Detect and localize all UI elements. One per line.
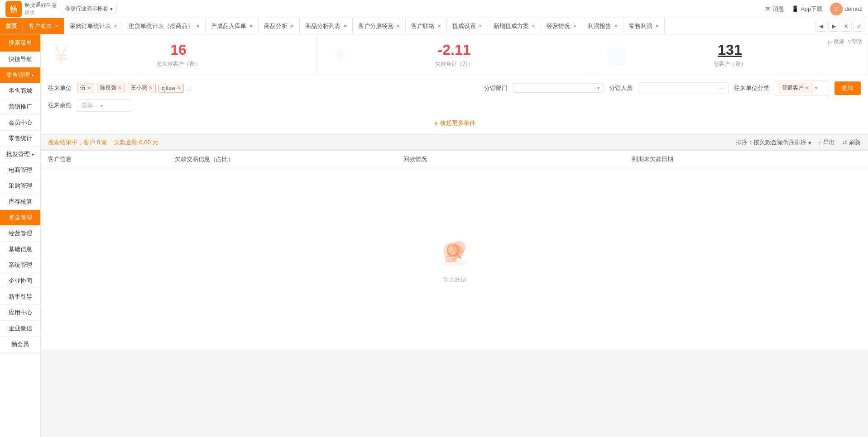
- close-tab-retail-profit[interactable]: ✕: [655, 24, 659, 28]
- filter-tag-cjttcw: cjttcw ✕: [158, 84, 184, 93]
- refresh-button[interactable]: ↺ 刷新: [842, 138, 861, 147]
- classify-tag: 普通客户 ✕: [779, 83, 812, 93]
- person-more-dots[interactable]: ···: [719, 85, 724, 92]
- filter-person-select[interactable]: ···: [638, 82, 729, 94]
- filter-dept-select[interactable]: ▾: [513, 83, 604, 93]
- tab-commission-settings[interactable]: 提成设置 ✕: [447, 18, 488, 34]
- nav-prev-btn[interactable]: ◀: [815, 21, 826, 32]
- main-layout: 搜索菜单 快捷导航 零售管理 ▾ 零售商城 营销推广 会员中心 零售统计 批发管…: [0, 34, 868, 437]
- sidebar-item-enterprise-wechat[interactable]: 企业微信: [0, 321, 40, 337]
- tab-inventory-stats[interactable]: 进货单统计表（按商品） ✕: [123, 18, 206, 34]
- filter-label-person: 分管人员: [609, 84, 633, 92]
- tab-produce-inbound[interactable]: 产成品入库单 ✕: [206, 18, 259, 34]
- tab-retail-profit[interactable]: 零售利润 ✕: [623, 18, 665, 34]
- sidebar-item-system-mgmt[interactable]: 系统管理: [0, 257, 40, 273]
- stat-total-all-customers: ▦ 131 总客户（家）: [592, 34, 868, 75]
- col-customer-info: 客户信息: [48, 155, 175, 163]
- stat-value-all-customers: 131: [718, 42, 742, 58]
- empty-state: 暂无数据: [436, 207, 473, 311]
- table-header: 客户信息 欠款交易信息（占比） 回款情况 到期未欠款日期: [41, 151, 868, 168]
- sidebar-item-retail-stats[interactable]: 零售统计: [0, 131, 40, 147]
- tab-product-analysis-list[interactable]: 商品分析列表 ✕: [300, 18, 353, 34]
- filter-more-tags[interactable]: ...: [187, 85, 192, 92]
- remove-tag-wu[interactable]: ✕: [87, 85, 91, 91]
- sidebar-search[interactable]: 搜索菜单: [0, 34, 40, 52]
- sidebar-item-chang-member[interactable]: 畅会员: [0, 337, 40, 352]
- close-tab-add-commission[interactable]: ✕: [532, 24, 535, 28]
- app-download-button[interactable]: 📱 App下载: [791, 5, 823, 13]
- search-result-info: 搜索结果中，客户 0 家 欠款金额 0.00 元: [48, 138, 158, 147]
- close-tab-business-situation[interactable]: ✕: [573, 24, 576, 28]
- stat-bg-icon-3: ▦: [606, 42, 626, 67]
- sidebar-item-retail-mgmt[interactable]: 零售管理 ▾: [0, 67, 40, 83]
- sidebar-item-finance[interactable]: 资金管理: [0, 210, 40, 226]
- tab-home[interactable]: 首页: [0, 18, 23, 34]
- tab-business-situation[interactable]: 经营情况 ✕: [541, 18, 582, 34]
- nav-expand-btn[interactable]: ⤢: [854, 21, 864, 32]
- stat-total-debt: ✦ -2.11 欠款合计（万）: [317, 34, 592, 75]
- remove-tag-wang[interactable]: ✕: [149, 85, 153, 91]
- close-tab-customer-contact[interactable]: ✕: [437, 24, 441, 28]
- close-tab-profit-report[interactable]: ✕: [614, 24, 618, 28]
- sidebar-item-marketing[interactable]: 营销推广: [0, 99, 40, 115]
- video-help-btn[interactable]: ▷ 视频: [828, 38, 844, 46]
- stat-help-buttons: ▷ 视频 ? 帮助: [828, 38, 863, 46]
- header-left: 畅 畅捷通好生意 标版 母婴行业演示帐套 ▾: [5, 1, 117, 17]
- sidebar-item-enterprise-collab[interactable]: 企业协同: [0, 273, 40, 289]
- sidebar-item-basic-info[interactable]: 基础信息: [0, 242, 40, 257]
- sidebar-item-operations[interactable]: 经营管理: [0, 226, 40, 242]
- filter-tag-wu: 伍 ✕: [77, 83, 94, 93]
- export-button[interactable]: ↑ 导出: [819, 138, 835, 147]
- close-tab-product-analysis-list[interactable]: ✕: [343, 24, 347, 28]
- workspace-dropdown[interactable]: 母婴行业演示帐套 ▾: [61, 4, 117, 14]
- stat-bg-icon-2: ✦: [330, 40, 351, 69]
- sidebar-item-inventory[interactable]: 库存核算: [0, 194, 40, 210]
- empty-icon: [436, 234, 473, 270]
- sidebar-item-member-center[interactable]: 会员中心: [0, 115, 40, 131]
- table-body: 暂无数据: [41, 168, 868, 349]
- stats-bar: ¥ 16 总欠款客户（家） ✦ -2.11 欠款合计（万） ▦ 131 总客户（…: [41, 34, 868, 75]
- tab-profit-report[interactable]: 利润报告 ✕: [582, 18, 623, 34]
- close-tab-purchase-order[interactable]: ✕: [114, 24, 117, 28]
- sidebar-item-ecommerce[interactable]: 电商管理: [0, 162, 40, 178]
- sidebar-item-wholesale-mgmt[interactable]: 批发管理 ▾: [0, 147, 40, 162]
- stat-bg-icon-1: ¥: [54, 40, 68, 69]
- nav-close-all-btn[interactable]: ✕: [841, 21, 852, 32]
- collapse-button[interactable]: ∧ 收起更多条件: [428, 117, 481, 129]
- tab-customer-tier[interactable]: 客户分层经营 ✕: [353, 18, 406, 34]
- remove-classify-tag[interactable]: ✕: [805, 85, 809, 91]
- sidebar-quick-nav[interactable]: 快捷导航: [0, 52, 40, 67]
- sidebar-item-new-guide[interactable]: 新手引导: [0, 289, 40, 305]
- sidebar-item-app-center[interactable]: 应用中心: [0, 305, 40, 321]
- tab-customer-contact[interactable]: 客户联络 ✕: [406, 18, 447, 34]
- empty-text: 暂无数据: [443, 276, 466, 284]
- filter-classify-select[interactable]: 普通客户 ✕ ▾: [775, 81, 829, 95]
- avatar: D: [830, 3, 843, 15]
- filter-balance-select[interactable]: 选择... ▾: [77, 99, 131, 112]
- filter-area: 往来单位 伍 ✕ 陈民强 ✕ 王小亮 ✕ cjttcw: [41, 75, 868, 135]
- nav-controls: ◀ ▶ ✕ ⤢: [812, 21, 868, 32]
- close-tab-product-analysis[interactable]: ✕: [290, 24, 294, 28]
- close-tab-inventory-stats[interactable]: ✕: [196, 24, 200, 28]
- tab-purchase-order[interactable]: 采购订单统计表 ✕: [64, 18, 123, 34]
- nav-next-btn[interactable]: ▶: [828, 21, 839, 32]
- sidebar-item-purchase[interactable]: 采购管理: [0, 178, 40, 194]
- search-summary-actions: 排序：按欠款金额倒序排序 ▾ ↑ 导出 ↺ 刷新: [736, 138, 861, 147]
- tab-customer-ledger[interactable]: 客户账本 ✕: [23, 18, 64, 34]
- close-tab-produce-inbound[interactable]: ✕: [249, 24, 253, 28]
- user-menu[interactable]: D demo2: [830, 3, 863, 15]
- close-tab-customer-tier[interactable]: ✕: [396, 24, 400, 28]
- tab-add-commission[interactable]: 新增提成方案 ✕: [488, 18, 541, 34]
- stat-value-debt: -2.11: [438, 42, 471, 58]
- logo-name: 畅捷通好生意: [24, 2, 57, 9]
- remove-tag-cjttcw[interactable]: ✕: [177, 85, 181, 91]
- tab-product-analysis[interactable]: 商品分析 ✕: [259, 18, 300, 34]
- remove-tag-chen[interactable]: ✕: [118, 85, 122, 91]
- help-btn[interactable]: ? 帮助: [848, 38, 863, 46]
- sidebar-item-retail-mall[interactable]: 零售商城: [0, 83, 40, 99]
- close-tab-customer-ledger[interactable]: ✕: [55, 24, 58, 28]
- sort-button[interactable]: 排序：按欠款金额倒序排序 ▾: [736, 138, 811, 147]
- query-button[interactable]: 查询: [834, 81, 861, 95]
- close-tab-commission-settings[interactable]: ✕: [479, 24, 482, 28]
- message-button[interactable]: ✉ 消息: [766, 5, 784, 13]
